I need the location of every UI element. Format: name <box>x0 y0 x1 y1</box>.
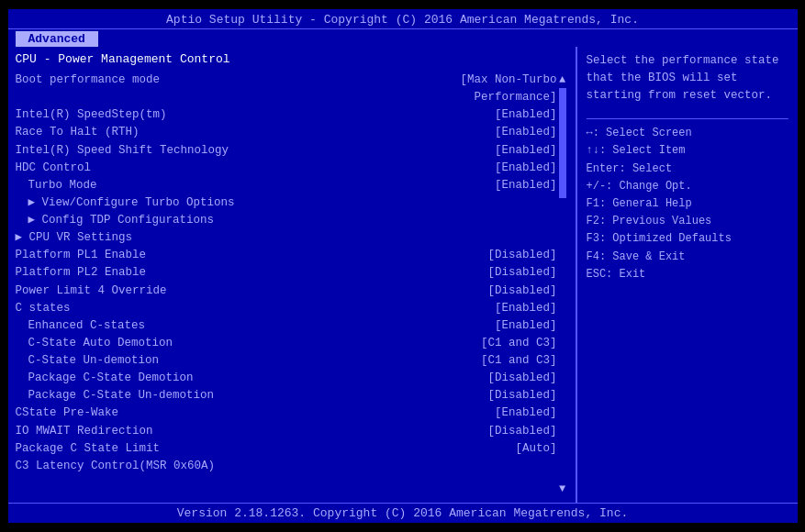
advanced-tab[interactable]: Advanced <box>16 31 98 47</box>
list-item[interactable]: C-State Auto Demotion [C1 and C3] <box>16 335 557 351</box>
list-item[interactable]: Turbo Mode [Enabled] <box>16 177 557 194</box>
item-label: Config TDP Configurations <box>16 212 215 228</box>
item-label: Power Limit 4 Override <box>16 283 167 299</box>
item-value: [Enabled] <box>495 106 557 123</box>
item-label: Package C State Limit <box>16 440 161 457</box>
tab-bar: Advanced <box>8 29 798 47</box>
list-item[interactable]: C3 Latency Control(MSR 0x60A) <box>16 458 557 474</box>
divider <box>587 118 788 119</box>
key-optimized: F3: Optimized Defaults <box>587 230 788 248</box>
list-item[interactable]: Platform PL2 Enable [Disabled] <box>16 264 557 281</box>
help-line-1: Select the performance state <box>587 52 788 70</box>
item-label: IO MWAIT Redirection <box>16 423 153 439</box>
key-help: ↔: Select Screen ↑↓: Select Item Enter: … <box>587 125 788 283</box>
item-label: Platform PL2 Enable <box>16 264 147 281</box>
list-item[interactable]: Platform PL1 Enable [Disabled] <box>16 247 557 263</box>
section-title: CPU - Power Management Control <box>16 52 568 66</box>
item-value: [Enabled] <box>495 142 557 159</box>
list-item[interactable]: C-State Un-demotion [C1 and C3] <box>16 352 557 369</box>
item-value: [C1 and C3] <box>481 335 557 351</box>
item-label: HDC Control <box>16 160 92 176</box>
main-area: CPU - Power Management Control Boot perf… <box>8 47 798 503</box>
item-value: [Disabled] <box>487 370 556 386</box>
left-panel: CPU - Power Management Control Boot perf… <box>8 47 577 503</box>
list-item[interactable]: CState Pre-Wake [Enabled] <box>16 405 557 421</box>
key-change-opt: +/-: Change Opt. <box>587 178 788 195</box>
item-value: [Disabled] <box>487 247 556 263</box>
item-label: C states <box>16 300 71 316</box>
item-label: C3 Latency Control(MSR 0x60A) <box>16 458 216 474</box>
list-item[interactable]: Enhanced C-states [Enabled] <box>16 317 557 334</box>
item-label: Package C-State Demotion <box>16 370 194 386</box>
left-content: Boot performance mode [Max Non-Turbo Per… <box>16 72 568 497</box>
item-label: Intel(R) SpeedStep(tm) <box>16 106 167 123</box>
item-value: [Disabled] <box>487 423 556 439</box>
item-value-2: Performance] <box>474 89 556 105</box>
item-value: [Disabled] <box>487 264 556 281</box>
item-value: [Enabled] <box>495 405 557 421</box>
item-label: C-State Un-demotion <box>16 352 160 369</box>
bottom-bar-text: Version 2.18.1263. Copyright (C) 2016 Am… <box>177 506 628 520</box>
list-item-continued: Performance] <box>16 89 557 105</box>
help-text: Select the performance state that the BI… <box>587 52 788 104</box>
key-enter: Enter: Select <box>587 161 788 178</box>
list-item[interactable]: C states [Enabled] <box>16 300 557 316</box>
key-esc: ESC: Exit <box>587 266 788 283</box>
key-prev-values: F2: Previous Values <box>587 213 788 230</box>
item-label: Package C-State Un-demotion <box>16 387 215 404</box>
key-save-exit: F4: Save & Exit <box>587 249 788 266</box>
list-item[interactable]: Config TDP Configurations <box>16 212 557 228</box>
right-panel: Select the performance state that the BI… <box>577 47 798 503</box>
bottom-bar: Version 2.18.1263. Copyright (C) 2016 Am… <box>8 503 798 523</box>
item-value: [Enabled] <box>495 317 557 334</box>
help-line-2: that the BIOS will set <box>587 70 788 87</box>
scroll-up-icon[interactable]: ▲ <box>559 73 565 86</box>
list-item[interactable]: Race To Halt (RTH) [Enabled] <box>16 124 557 140</box>
menu-list: Boot performance mode [Max Non-Turbo Per… <box>16 72 557 497</box>
item-label: Platform PL1 Enable <box>16 247 147 263</box>
item-value: [Enabled] <box>495 124 557 140</box>
key-select-screen: ↔: Select Screen <box>587 125 788 142</box>
item-value: [Auto] <box>515 440 556 457</box>
item-value: [Enabled] <box>495 160 557 176</box>
item-value: [Max Non-Turbo <box>460 72 556 88</box>
item-label: View/Configure Turbo Options <box>16 194 235 211</box>
list-item[interactable]: Intel(R) SpeedStep(tm) [Enabled] <box>16 106 557 123</box>
list-item[interactable]: CPU VR Settings <box>16 229 557 246</box>
list-item[interactable]: HDC Control [Enabled] <box>16 160 557 176</box>
item-value: [Disabled] <box>487 283 556 299</box>
top-bar-title: Aptio Setup Utility - Copyright (C) 2016… <box>166 13 639 27</box>
item-label: C-State Auto Demotion <box>16 335 173 351</box>
item-value: [Disabled] <box>487 387 556 404</box>
list-item[interactable]: Package C-State Un-demotion [Disabled] <box>16 387 557 404</box>
help-line-3: starting from reset vector. <box>587 87 788 105</box>
list-item[interactable]: IO MWAIT Redirection [Disabled] <box>16 423 557 439</box>
item-label: Boot performance mode <box>16 72 161 88</box>
bios-screen: Aptio Setup Utility - Copyright (C) 2016… <box>8 9 798 523</box>
item-label: CState Pre-Wake <box>16 405 119 421</box>
item-value: [Enabled] <box>495 177 557 194</box>
item-value: [C1 and C3] <box>481 352 557 369</box>
top-bar: Aptio Setup Utility - Copyright (C) 2016… <box>8 9 798 29</box>
list-item[interactable]: Package C State Limit [Auto] <box>16 440 557 457</box>
list-item[interactable]: Power Limit 4 Override [Disabled] <box>16 283 557 299</box>
list-item[interactable]: Boot performance mode [Max Non-Turbo <box>16 72 557 88</box>
list-item[interactable]: View/Configure Turbo Options <box>16 194 557 211</box>
list-item[interactable]: Intel(R) Speed Shift Technology [Enabled… <box>16 142 557 159</box>
item-value: [Enabled] <box>495 300 557 316</box>
key-select-item: ↑↓: Select Item <box>587 142 788 160</box>
list-item[interactable]: Package C-State Demotion [Disabled] <box>16 370 557 386</box>
scroll-down-icon[interactable]: ▼ <box>559 482 565 495</box>
key-general-help: F1: General Help <box>587 195 788 213</box>
scroll-thumb[interactable] <box>559 88 566 198</box>
item-label: CPU VR Settings <box>16 229 133 246</box>
item-label: Enhanced C-states <box>16 317 146 334</box>
item-label: Intel(R) Speed Shift Technology <box>16 142 229 159</box>
item-label: Turbo Mode <box>16 177 97 194</box>
scrollbar[interactable]: ▲ ▼ <box>557 72 568 497</box>
item-label: Race To Halt (RTH) <box>16 124 140 140</box>
